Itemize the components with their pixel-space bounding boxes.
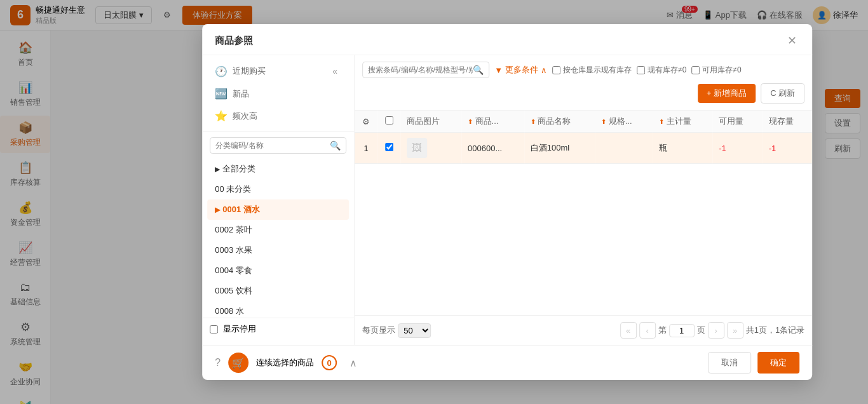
warehouse-filter-label[interactable]: 按仓库显示现有库存 [552, 65, 632, 76]
modal-body: 🕐 近期购买 « 🆕 新品 ⭐ 频次高 🔍 [202, 55, 812, 345]
help-icon[interactable]: ? [215, 357, 220, 368]
product-image-placeholder: 🖼 [407, 138, 427, 158]
category-00[interactable]: 00 未分类 [207, 179, 349, 199]
select-all-checkbox[interactable] [385, 116, 393, 125]
category-0003-label: 0003 水果 [215, 245, 252, 256]
cart-button[interactable]: 🛒 [228, 353, 248, 373]
product-table: ⚙ 商品图片 ⬆ 商品... ⬆ 商品名称 ⬆ 规格... [355, 111, 812, 164]
cancel-button[interactable]: 取消 [708, 352, 751, 374]
frequent-item[interactable]: ⭐ 频次高 [207, 105, 349, 126]
row-checkbox[interactable] [385, 143, 393, 151]
filter-icon: ▼ [494, 65, 503, 75]
left-panel-collapse-icon[interactable]: « [329, 65, 341, 77]
warehouse-filter-checkbox[interactable] [552, 66, 560, 74]
row-num: 1 [355, 133, 377, 164]
existing-stock-checkbox[interactable] [637, 66, 645, 74]
page-size-selector[interactable]: 每页显示 10 20 50 100 [362, 323, 431, 338]
sort-unit-icon: ⬆ [659, 118, 664, 125]
category-0002[interactable]: 0002 茶叶 [207, 220, 349, 240]
product-search-icon[interactable]: 🔍 [473, 65, 484, 75]
available-stock-text: 可用库存≠0 [702, 65, 741, 76]
prev-page-button[interactable]: ‹ [639, 322, 656, 339]
row-checkbox-cell[interactable] [377, 133, 400, 164]
star-icon: ⭐ [215, 110, 227, 122]
frequent-label: 频次高 [233, 111, 257, 122]
category-0005[interactable]: 0005 饮料 [207, 281, 349, 301]
col-code[interactable]: ⬆ 商品... [461, 111, 524, 133]
left-panel: 🕐 近期购买 « 🆕 新品 ⭐ 频次高 🔍 [202, 55, 355, 345]
modal-footer: ? 🛒 连续选择的商品 0 ∧ 取消 确定 [202, 345, 812, 380]
row-image: 🖼 [400, 133, 461, 164]
modal-header: 商品参照 ✕ [202, 24, 812, 55]
per-page-label: 每页显示 [362, 325, 395, 336]
product-reference-modal: 商品参照 ✕ 🕐 近期购买 « 🆕 新品 ⭐ 频次高 [202, 24, 812, 380]
category-0001-label: 0001 酒水 [222, 204, 260, 215]
clock-icon: 🕐 [215, 65, 227, 77]
col-unit[interactable]: ⬆ 主计量 [653, 111, 712, 133]
first-page-button[interactable]: « [620, 322, 637, 339]
table-row[interactable]: 1 🖼 000600... 白酒100ml 瓶 -1 -1 [355, 133, 812, 164]
category-all[interactable]: ▶ 全部分类 [207, 159, 349, 179]
show-disabled-label: 显示停用 [223, 323, 256, 335]
category-00-label: 00 未分类 [215, 184, 251, 195]
category-0005-label: 0005 饮料 [215, 285, 252, 297]
category-0004[interactable]: 0004 零食 [207, 260, 349, 281]
new-product-label: 新品 [233, 88, 249, 100]
product-search-input[interactable] [368, 65, 473, 74]
existing-stock-filter-label[interactable]: 现有库存≠0 [637, 65, 686, 76]
col-spec[interactable]: ⬆ 规格... [595, 111, 653, 133]
row-code: 000600... [461, 133, 524, 164]
col-stock: 现存量 [763, 111, 813, 133]
category-all-label: 全部分类 [222, 163, 255, 175]
row-available: -1 [712, 133, 763, 164]
table-header-row: ⚙ 商品图片 ⬆ 商品... ⬆ 商品名称 ⬆ 规格... [355, 111, 812, 133]
cart-label: 连续选择的商品 [256, 357, 314, 368]
available-stock-filter-label[interactable]: 可用库存≠0 [691, 65, 741, 76]
pagination: 每页显示 10 20 50 100 « ‹ 第 页 › » 共 [355, 315, 812, 345]
more-filter-button[interactable]: ▼ 更多条件 ∧ [494, 64, 547, 76]
category-0001[interactable]: ▶ 0001 酒水 [207, 199, 349, 220]
sort-icon: ⬆ [468, 118, 473, 125]
add-product-button[interactable]: + 新增商品 [698, 84, 756, 103]
next-page-button[interactable]: › [708, 322, 724, 339]
page-number-input[interactable] [669, 324, 695, 337]
cart-count-badge: 0 [322, 355, 337, 370]
category-0002-label: 0002 茶叶 [215, 224, 252, 236]
product-table-container: ⚙ 商品图片 ⬆ 商品... ⬆ 商品名称 ⬆ 规格... [355, 111, 812, 315]
footer-right: 取消 确定 [708, 352, 799, 374]
available-stock-checkbox[interactable] [691, 66, 700, 74]
arrow-icon: ▶ [215, 165, 220, 173]
recent-purchase-item[interactable]: 🕐 近期购买 « [207, 60, 349, 82]
warehouse-filter-text: 按仓库显示现有库存 [563, 65, 632, 76]
page-suffix: 页 [697, 325, 705, 336]
toolbar: 🔍 ▼ 更多条件 ∧ 按仓库显示现有库存 现有库存≠0 可用库存≠0 [355, 55, 812, 111]
row-name: 白酒100ml [524, 133, 595, 164]
col-available: 可用量 [712, 111, 763, 133]
new-product-item[interactable]: 🆕 新品 [207, 83, 349, 104]
modal-close-button[interactable]: ✕ [784, 33, 799, 48]
col-settings[interactable]: ⚙ [355, 111, 377, 133]
category-0003[interactable]: 0003 水果 [207, 240, 349, 260]
col-name[interactable]: ⬆ 商品名称 [524, 111, 595, 133]
category-0008-label: 0008 水 [215, 306, 244, 317]
footer-collapse-icon[interactable]: ∧ [349, 357, 357, 369]
modal-title: 商品参照 [215, 35, 253, 47]
page-total: 共1页，1条记录 [746, 325, 804, 336]
confirm-button[interactable]: 确定 [757, 352, 799, 374]
col-checkbox [377, 111, 400, 133]
row-stock: -1 [763, 133, 813, 164]
refresh-button[interactable]: C 刷新 [761, 83, 804, 104]
last-page-button[interactable]: » [727, 322, 743, 339]
filter-label: 更多条件 [505, 64, 538, 76]
category-0008[interactable]: 0008 水 [207, 301, 349, 318]
filter-collapse-icon: ∧ [541, 65, 547, 75]
existing-stock-text: 现有库存≠0 [648, 65, 686, 76]
show-disabled-checkbox[interactable] [210, 325, 218, 333]
category-search-icon[interactable]: 🔍 [330, 140, 341, 151]
page-nav: « ‹ 第 页 › » 共1页，1条记录 [620, 322, 804, 339]
row-unit: 瓶 [653, 133, 712, 164]
per-page-select[interactable]: 10 20 50 100 [398, 323, 431, 338]
product-search-box[interactable]: 🔍 [362, 62, 489, 78]
category-search-box[interactable]: 🔍 [210, 137, 346, 154]
category-search-input[interactable] [215, 141, 330, 150]
